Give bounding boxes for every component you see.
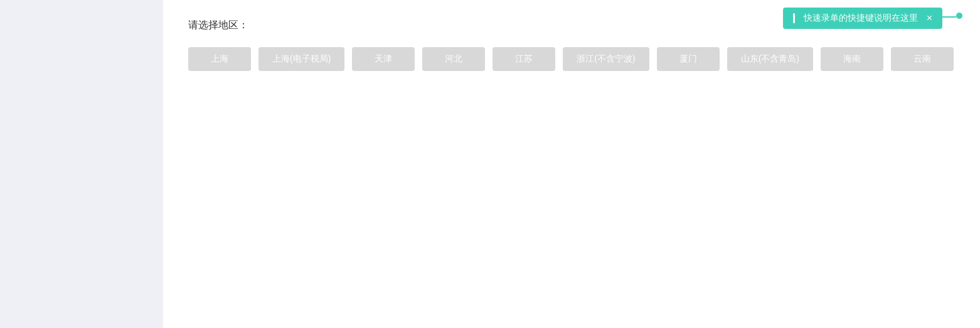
- region-button-tianjin[interactable]: 天津: [352, 47, 415, 71]
- bar-accent-decoration: [793, 13, 795, 23]
- notification-connector-line: [942, 16, 956, 18]
- left-sidebar: [0, 0, 163, 328]
- region-button-shanghai-etax[interactable]: 上海(电子税局): [258, 47, 344, 71]
- notification-close-button[interactable]: ×: [927, 13, 932, 23]
- region-buttons-container: 上海上海(电子税局)天津河北江苏浙江(不含宁波)厦门山东(不含青岛)海南云南: [188, 47, 955, 71]
- region-button-zhejiang[interactable]: 浙江(不含宁波): [563, 47, 649, 71]
- notification-bar: 快速录单的快捷键说明在这里 ×: [783, 8, 942, 29]
- region-button-jiangsu[interactable]: 江苏: [493, 47, 555, 71]
- main-content: 请选择地区： 上海上海(电子税局)天津河北江苏浙江(不含宁波)厦门山东(不含青岛…: [163, 0, 980, 328]
- region-button-shanghai[interactable]: 上海: [188, 47, 251, 71]
- notification-text: 快速录单的快捷键说明在这里: [804, 13, 918, 24]
- region-button-hebei[interactable]: 河北: [422, 47, 485, 71]
- region-button-shandong[interactable]: 山东(不含青岛): [727, 47, 813, 71]
- notification-dot: [956, 13, 962, 19]
- region-button-yunnan[interactable]: 云南: [891, 47, 954, 71]
- region-button-xiamen[interactable]: 厦门: [657, 47, 720, 71]
- region-button-hainan[interactable]: 海南: [821, 47, 883, 71]
